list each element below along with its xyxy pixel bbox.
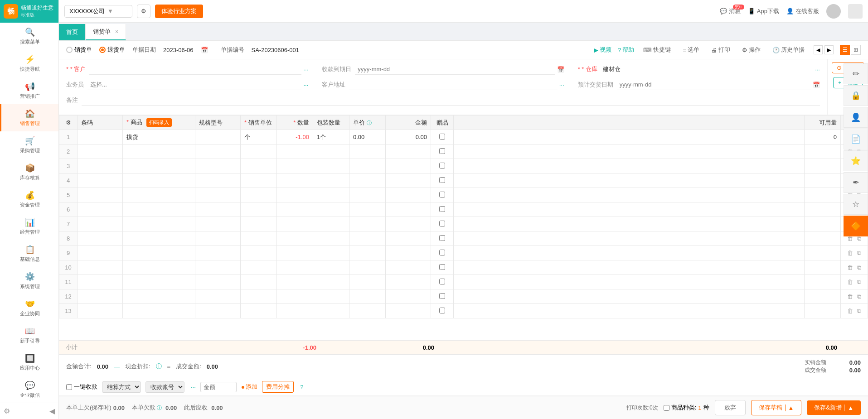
settings-icon[interactable]: ⚙ (66, 119, 71, 126)
gift-checkbox[interactable] (439, 206, 445, 212)
shortcut-btn[interactable]: ⌨ 快捷键 (640, 44, 674, 55)
row-notes[interactable] (454, 304, 805, 318)
settings-gear-button[interactable]: ⚙ (137, 5, 150, 18)
row-barcode[interactable] (78, 130, 123, 144)
gift-checkbox[interactable] (439, 235, 445, 241)
sidebar-item-wechat[interactable]: 💬 企业微信 (0, 376, 58, 403)
row-spec[interactable] (195, 246, 241, 260)
save-new-dropdown-icon[interactable]: ▲ (844, 405, 853, 411)
barcode-input[interactable] (81, 206, 119, 213)
save-draft-button[interactable]: 保存草稿 ▲ (751, 400, 802, 415)
gift-checkbox[interactable] (439, 177, 445, 183)
help-link[interactable]: ? 帮助 (618, 46, 634, 54)
row-gift[interactable] (431, 202, 454, 217)
delete-row-icon[interactable]: 🗑 (847, 279, 853, 285)
row-notes[interactable] (454, 130, 805, 144)
right-panel-user-btn[interactable]: 👤 (844, 107, 868, 128)
right-panel-orange-btn[interactable]: 🔶 (844, 216, 868, 236)
delete-row-icon[interactable]: 🗑 (847, 308, 853, 314)
row-gift[interactable] (431, 173, 454, 188)
sidebar-settings-icon[interactable]: ⚙ (4, 407, 10, 415)
grid-view-btn[interactable]: ⊞ (851, 45, 861, 55)
estimated-delivery-input[interactable] (617, 79, 811, 90)
row-notes[interactable] (454, 188, 805, 202)
salesperson-input[interactable] (87, 79, 301, 90)
sidebar-item-marketing[interactable]: 📢 营销推广 (0, 77, 58, 104)
copy-row-icon[interactable]: ⧉ (857, 264, 861, 271)
list-view-btn[interactable]: ☰ (840, 45, 850, 55)
row-gift[interactable] (431, 275, 454, 289)
gift-checkbox[interactable] (439, 279, 445, 284)
return-order-radio[interactable]: 退货单 (99, 46, 125, 54)
row-notes[interactable] (454, 217, 805, 231)
calendar-icon[interactable]: 📅 (201, 47, 208, 53)
copy-row-icon[interactable]: ⧉ (857, 308, 861, 314)
row-gift[interactable] (431, 289, 454, 304)
barcode-input[interactable] (81, 192, 119, 198)
right-panel-bookmark-btn[interactable]: ☆ (844, 194, 868, 215)
gift-checkbox[interactable] (439, 192, 445, 197)
save-draft-dropdown-icon[interactable]: ▲ (785, 405, 794, 411)
barcode-input[interactable] (81, 235, 119, 242)
row-notes[interactable] (454, 159, 805, 173)
total-owe-info-icon[interactable]: ⓘ (157, 405, 162, 411)
row-barcode[interactable] (78, 188, 123, 202)
row-notes[interactable] (454, 246, 805, 260)
sidebar-item-search[interactable]: 🔍 搜索菜单 (0, 23, 58, 50)
sidebar-item-guide[interactable]: 📖 新手引导 (0, 322, 58, 349)
product-type-checkbox[interactable]: 商品种类: 1 种 (664, 404, 709, 412)
product-type-checkbox-input[interactable] (664, 405, 669, 411)
customer-dots[interactable]: ··· (303, 66, 308, 73)
row-gift[interactable] (431, 304, 454, 318)
row-notes[interactable] (454, 231, 805, 246)
copy-row-icon[interactable]: ⧉ (857, 250, 861, 256)
row-barcode[interactable] (78, 159, 123, 173)
avatar[interactable] (826, 4, 841, 19)
abandon-button[interactable]: 放弃 (715, 400, 746, 415)
salesperson-dots[interactable]: ··· (303, 82, 308, 88)
gift-checkbox[interactable] (439, 134, 445, 140)
barcode-input[interactable] (81, 308, 119, 314)
row-spec[interactable] (195, 144, 241, 159)
barcode-input[interactable] (81, 163, 119, 169)
print-btn[interactable]: 🖨 打印 (708, 44, 733, 55)
settlement-method-select[interactable]: 结算方式 (102, 381, 141, 393)
customer-address-dots[interactable]: ··· (559, 82, 564, 88)
one-click-checkbox-input[interactable] (66, 384, 72, 390)
price-info-icon[interactable]: ⓘ (367, 120, 372, 125)
company-selector[interactable]: XXXXXX公司 ▼ (64, 5, 132, 18)
sidebar-item-enterprise[interactable]: 🤝 企业协同 (0, 294, 58, 322)
operate-btn[interactable]: ⚙ 操作 (739, 44, 763, 55)
barcode-input[interactable] (81, 221, 119, 227)
prev-page-btn[interactable]: ◀ (814, 45, 823, 54)
row-gift[interactable] (431, 260, 454, 275)
row-spec[interactable] (195, 260, 241, 275)
expense-help-icon[interactable]: ? (300, 384, 303, 390)
row-barcode[interactable] (78, 173, 123, 188)
row-spec[interactable] (195, 304, 241, 318)
expense-split-button[interactable]: 费用分摊 (262, 381, 294, 393)
sidebar-item-system[interactable]: ⚙️ 系统管理 (0, 267, 58, 294)
sidebar-item-apps[interactable]: 🔲 应用中心 (0, 349, 58, 376)
row-barcode[interactable] (78, 246, 123, 260)
right-panel-lock-btn[interactable]: 🔒 (844, 85, 868, 106)
row-barcode[interactable] (78, 144, 123, 159)
estimated-delivery-calendar-icon[interactable]: 📅 (813, 82, 820, 88)
barcode-input[interactable] (81, 264, 119, 271)
amount-input[interactable] (200, 382, 237, 392)
row-barcode[interactable] (78, 217, 123, 231)
delete-row-icon[interactable]: 🗑 (847, 293, 853, 300)
tab-close-icon[interactable]: × (115, 29, 118, 35)
select-btn[interactable]: ≡ 选单 (680, 44, 702, 55)
row-barcode[interactable] (78, 289, 123, 304)
add-payment-button[interactable]: ● 添加 (241, 383, 257, 391)
sidebar-item-quick-nav[interactable]: ⚡ 快捷导航 (0, 50, 58, 77)
delete-row-icon[interactable]: 🗑 (847, 264, 853, 271)
gift-checkbox[interactable] (439, 163, 445, 169)
online-support-button[interactable]: 👤 在线客服 (786, 7, 819, 15)
sidebar-item-purchase[interactable]: 🛒 采购管理 (0, 131, 58, 159)
gift-checkbox[interactable] (439, 221, 445, 226)
row-spec[interactable] (195, 217, 241, 231)
row-gift[interactable] (431, 159, 454, 173)
row-spec[interactable] (195, 289, 241, 304)
